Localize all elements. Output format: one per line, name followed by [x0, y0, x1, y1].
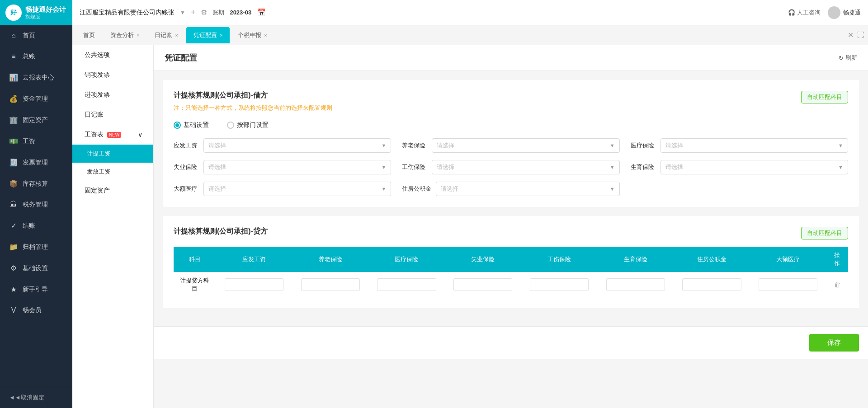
yanglao-select[interactable]: 请选择 ▼ [432, 138, 619, 153]
sidebar-item-reports[interactable]: 📊 云报表中心 [0, 67, 72, 88]
col-header-shengyu: 生育保险 [597, 247, 674, 272]
sidebar-item-ledger[interactable]: ≡ 总账 [0, 46, 72, 67]
shengyu-select[interactable]: 请选择 ▼ [660, 160, 848, 174]
input-gongshang[interactable] [530, 278, 589, 291]
shiye-select[interactable]: 请选择 ▼ [203, 160, 391, 174]
col-header-subject: 科目 [174, 247, 216, 272]
yiliao-select[interactable]: 请选择 ▼ [660, 138, 848, 153]
delete-row-icon[interactable]: 🗑 [834, 281, 840, 288]
company-dropdown-arrow[interactable]: ▼ [180, 9, 185, 16]
sidebar-item-guide[interactable]: ★ 新手引导 [0, 279, 72, 300]
yanglao-arrow-icon: ▼ [610, 143, 615, 148]
sidebar-item-tax[interactable]: 🏛 税务管理 [0, 194, 72, 215]
gongshang-select[interactable]: 请选择 ▼ [432, 160, 619, 174]
auto-match-credit-button[interactable]: 自动匹配科目 [801, 227, 848, 239]
sidebar-item-settings[interactable]: ⚙ 基础设置 [0, 258, 72, 279]
service-label: 人工咨询 [797, 9, 821, 17]
daeyiliao-label: 大额医疗 [174, 185, 199, 193]
radio-basic[interactable]: 基础设置 [174, 121, 209, 129]
cell-yifa[interactable] [216, 272, 292, 297]
sidebar-item-salary[interactable]: 💵 工资 [0, 131, 72, 152]
menu-item-payroll-table[interactable]: 工资表 NEW ∨ [72, 125, 153, 145]
sidebar-item-invoice[interactable]: 🧾 发票管理 [0, 152, 72, 173]
sidebar-item-close[interactable]: ✓ 结账 [0, 215, 72, 236]
menu-item-sales-invoice[interactable]: 销项发票 [72, 65, 153, 85]
sidebar-item-label: 库存核算 [23, 180, 48, 188]
sidebar-item-label: 工资 [23, 137, 35, 145]
sidebar-item-vip[interactable]: V 畅会员 [0, 300, 72, 321]
sidebar-item-funds[interactable]: 💰 资金管理 [0, 88, 72, 109]
close-window-icon[interactable]: ✕ [848, 31, 854, 39]
home-icon: ⌂ [9, 32, 18, 40]
yiliao-label: 医疗保险 [631, 141, 656, 150]
tab-tax[interactable]: 个税申报 × [231, 27, 274, 43]
yifa-select[interactable]: 请选择 ▼ [203, 138, 391, 153]
tab-journal-close[interactable]: × [175, 33, 178, 38]
menu-purchase-invoice-label: 进项发票 [85, 91, 110, 98]
refresh-button[interactable]: ↻ 刷新 [839, 54, 857, 62]
field-row-yiliao: 医疗保险 请选择 ▼ [631, 138, 848, 153]
sidebar-item-home[interactable]: ⌂ 首页 [0, 25, 72, 46]
tab-tax-close[interactable]: × [264, 33, 267, 38]
gongjijin-select[interactable]: 请选择 ▼ [436, 182, 619, 196]
col-header-yanglao: 养老保险 [292, 247, 368, 272]
radio-by-dept[interactable]: 按部门设置 [227, 121, 269, 129]
cell-gongshang[interactable] [521, 272, 598, 297]
tab-voucher-close[interactable]: × [220, 33, 222, 38]
input-yiliao[interactable] [377, 278, 436, 291]
input-daeyiliao[interactable] [759, 278, 817, 291]
cell-shiye[interactable] [445, 272, 521, 297]
table-header-row: 科目 应发工资 养老保险 医疗保险 失业保险 工伤保险 生育保险 住房公积金 大… [174, 247, 848, 272]
menu-item-accrual-salary[interactable]: 计提工资 [72, 145, 153, 163]
save-button[interactable]: 保存 [809, 334, 859, 352]
input-gongjijin[interactable] [682, 278, 741, 291]
page-header: 凭证配置 ↻ 刷新 [154, 45, 868, 71]
radio-group: 基础设置 按部门设置 [174, 121, 848, 129]
sidebar-item-inventory[interactable]: 📦 库存核算 [0, 173, 72, 194]
cell-yanglao[interactable] [292, 272, 368, 297]
input-shiye[interactable] [453, 278, 512, 291]
col-header-daeyiliao: 大额医疗 [750, 247, 826, 272]
cell-yiliao[interactable] [368, 272, 445, 297]
sidebar-item-archive[interactable]: 📁 归档管理 [0, 236, 72, 258]
menu-item-purchase-invoice[interactable]: 进项发票 [72, 85, 153, 105]
tab-funds-close[interactable]: × [137, 33, 139, 38]
vip-icon: V [9, 306, 18, 314]
menu-item-journal[interactable]: 日记账 [72, 105, 153, 125]
row-label: 计提贷方科目 [174, 272, 216, 297]
cell-daeyiliao[interactable] [750, 272, 826, 297]
menu-item-pay-salary[interactable]: 发放工资 [72, 163, 153, 181]
daeyiliao-select[interactable]: 请选择 ▼ [203, 182, 391, 196]
settings-icon: ⚙ [9, 264, 18, 272]
calendar-icon[interactable]: 📅 [257, 8, 266, 17]
sidebar-item-assets[interactable]: 🏢 固定资产 [0, 109, 72, 131]
expand-icon[interactable]: ⛶ [857, 31, 864, 39]
tab-funds[interactable]: 资金分析 × [103, 27, 146, 43]
sidebar-item-label: 归档管理 [23, 243, 48, 251]
cell-shengyu[interactable] [597, 272, 674, 297]
user-area[interactable]: 畅捷通 [828, 6, 861, 19]
sidebar-item-label: 结账 [23, 222, 35, 230]
invoice-icon: 🧾 [9, 158, 18, 167]
tab-voucher[interactable]: 凭证配置 × [186, 27, 230, 43]
menu-public-label: 公共选项 [85, 51, 110, 58]
gongshang-arrow-icon: ▼ [610, 164, 615, 170]
sidebar-unpin[interactable]: ◄◄取消固定 [0, 387, 72, 408]
tab-journal[interactable]: 日记账 × [147, 27, 185, 43]
period-label: 账期 [212, 9, 224, 17]
field-row-daeyiliao: 大额医疗 请选择 ▼ [174, 182, 391, 196]
col-header-gongshang: 工伤保险 [521, 247, 598, 272]
tab-home[interactable]: 首页 [76, 27, 102, 43]
input-shengyu[interactable] [606, 278, 665, 291]
cell-gongjijin[interactable] [674, 272, 750, 297]
auto-match-debit-button[interactable]: 自动匹配科目 [801, 91, 848, 103]
menu-item-public[interactable]: 公共选项 [72, 45, 153, 65]
daeyiliao-arrow-icon: ▼ [381, 186, 386, 192]
settings-gear-icon[interactable]: ⚙ [201, 8, 207, 17]
input-yanglao[interactable] [301, 278, 360, 291]
add-button[interactable]: + [191, 8, 196, 17]
service-button[interactable]: 🎧 人工咨询 [788, 9, 821, 17]
chevron-down-icon: ∨ [138, 131, 142, 138]
menu-item-fixed-assets[interactable]: 固定资产 [72, 181, 153, 201]
input-yifa[interactable] [225, 278, 283, 291]
